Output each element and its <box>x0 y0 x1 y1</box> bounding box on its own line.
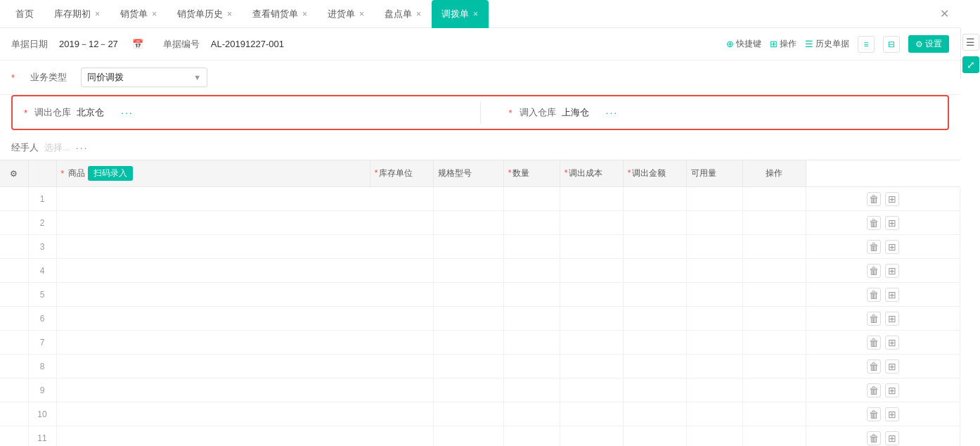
copy-btn-2[interactable]: ⊞ <box>885 216 899 230</box>
row-spec-6[interactable] <box>503 307 560 331</box>
warehouse-out-more[interactable]: ··· <box>121 107 134 118</box>
row-cost-8[interactable] <box>623 355 686 378</box>
row-product-6[interactable] <box>56 307 433 331</box>
row-unit-2[interactable] <box>433 211 503 235</box>
delete-btn-1[interactable]: 🗑 <box>867 192 881 206</box>
row-amount-5[interactable] <box>686 283 742 307</box>
copy-btn-7[interactable]: ⊞ <box>885 336 899 350</box>
row-qty-11[interactable] <box>560 426 623 447</box>
copy-btn-3[interactable]: ⊞ <box>885 240 899 254</box>
row-product-3[interactable] <box>56 235 433 259</box>
row-unit-8[interactable] <box>433 355 503 378</box>
delete-btn-2[interactable]: 🗑 <box>867 216 881 230</box>
set-button[interactable]: ⚙ 设置 <box>908 35 949 53</box>
tab-close-view-sales[interactable]: × <box>302 9 307 19</box>
row-unit-1[interactable] <box>433 187 503 211</box>
row-amount-6[interactable] <box>686 307 742 331</box>
tab-inventory-init[interactable]: 库存期初× <box>44 0 110 28</box>
row-qty-2[interactable] <box>560 211 623 235</box>
delete-btn-10[interactable]: 🗑 <box>867 407 881 421</box>
tab-sales-order[interactable]: 销货单× <box>110 0 167 28</box>
row-unit-7[interactable] <box>433 331 503 355</box>
row-available-11[interactable] <box>742 426 806 447</box>
row-cost-1[interactable] <box>623 187 686 211</box>
tab-close-sales-history[interactable]: × <box>227 9 232 19</box>
row-available-9[interactable] <box>742 378 806 402</box>
row-product-7[interactable] <box>56 331 433 355</box>
row-cost-4[interactable] <box>623 259 686 283</box>
copy-btn-5[interactable]: ⊞ <box>885 288 899 302</box>
tab-purchase-order[interactable]: 进货单× <box>318 0 375 28</box>
delete-btn-4[interactable]: 🗑 <box>867 264 881 278</box>
row-available-3[interactable] <box>742 235 806 259</box>
row-cost-5[interactable] <box>623 283 686 307</box>
copy-btn-10[interactable]: ⊞ <box>885 407 899 421</box>
warehouse-in-more[interactable]: ··· <box>606 107 619 118</box>
tab-close-inventory-init[interactable]: × <box>95 9 100 19</box>
row-spec-1[interactable] <box>503 187 560 211</box>
tab-close-sales-order[interactable]: × <box>152 9 157 19</box>
row-qty-9[interactable] <box>560 378 623 402</box>
tab-close-transfer-order[interactable]: × <box>473 9 478 19</box>
sidebar-doc-list-icon[interactable]: ☰ <box>962 34 979 51</box>
row-spec-4[interactable] <box>503 259 560 283</box>
copy-btn-6[interactable]: ⊞ <box>885 312 899 326</box>
row-spec-9[interactable] <box>503 378 560 402</box>
row-available-5[interactable] <box>742 283 806 307</box>
row-cost-3[interactable] <box>623 235 686 259</box>
row-unit-11[interactable] <box>433 426 503 447</box>
copy-btn-9[interactable]: ⊞ <box>885 383 899 397</box>
row-product-1[interactable] <box>56 187 433 211</box>
tab-bar-close[interactable]: ✕ <box>934 7 955 20</box>
delete-btn-8[interactable]: 🗑 <box>867 359 881 374</box>
row-amount-11[interactable] <box>686 426 742 447</box>
row-qty-1[interactable] <box>560 187 623 211</box>
delete-btn-5[interactable]: 🗑 <box>867 288 881 302</box>
row-unit-9[interactable] <box>433 378 503 402</box>
delete-btn-7[interactable]: 🗑 <box>867 336 881 350</box>
row-unit-5[interactable] <box>433 283 503 307</box>
row-spec-8[interactable] <box>503 355 560 378</box>
row-amount-4[interactable] <box>686 259 742 283</box>
row-available-6[interactable] <box>742 307 806 331</box>
tab-view-sales[interactable]: 查看销货单× <box>243 0 318 28</box>
row-unit-10[interactable] <box>433 402 503 426</box>
row-available-1[interactable] <box>742 187 806 211</box>
row-spec-5[interactable] <box>503 283 560 307</box>
handler-input[interactable]: 选择... <box>44 141 70 154</box>
copy-btn-11[interactable]: ⊞ <box>885 431 899 445</box>
row-amount-7[interactable] <box>686 331 742 355</box>
calendar-icon[interactable]: 📅 <box>132 39 143 49</box>
row-unit-3[interactable] <box>433 235 503 259</box>
row-cost-10[interactable] <box>623 402 686 426</box>
history-action[interactable]: ☰ 历史单据 <box>805 38 849 50</box>
copy-btn-8[interactable]: ⊞ <box>885 359 899 374</box>
row-spec-7[interactable] <box>503 331 560 355</box>
row-qty-5[interactable] <box>560 283 623 307</box>
row-available-8[interactable] <box>742 355 806 378</box>
scan-button[interactable]: 扫码录入 <box>88 166 133 181</box>
row-cost-6[interactable] <box>623 307 686 331</box>
row-qty-4[interactable] <box>560 259 623 283</box>
row-product-11[interactable] <box>56 426 433 447</box>
row-spec-10[interactable] <box>503 402 560 426</box>
tab-home[interactable]: 首页 <box>6 0 44 28</box>
row-amount-10[interactable] <box>686 402 742 426</box>
grid-icon-2[interactable]: ⊟ <box>883 36 900 53</box>
row-product-5[interactable] <box>56 283 433 307</box>
row-qty-7[interactable] <box>560 331 623 355</box>
row-cost-2[interactable] <box>623 211 686 235</box>
row-product-10[interactable] <box>56 402 433 426</box>
row-cost-11[interactable] <box>623 426 686 447</box>
row-product-9[interactable] <box>56 378 433 402</box>
row-qty-8[interactable] <box>560 355 623 378</box>
tab-close-inventory-check[interactable]: × <box>416 9 421 19</box>
row-product-8[interactable] <box>56 355 433 378</box>
row-amount-2[interactable] <box>686 211 742 235</box>
tab-inventory-check[interactable]: 盘点单× <box>375 0 432 28</box>
tab-transfer-order[interactable]: 调拨单× <box>432 0 489 28</box>
row-cost-9[interactable] <box>623 378 686 402</box>
handler-more[interactable]: ··· <box>76 142 89 153</box>
row-qty-6[interactable] <box>560 307 623 331</box>
grid-icon-1[interactable]: ≡ <box>858 36 875 53</box>
